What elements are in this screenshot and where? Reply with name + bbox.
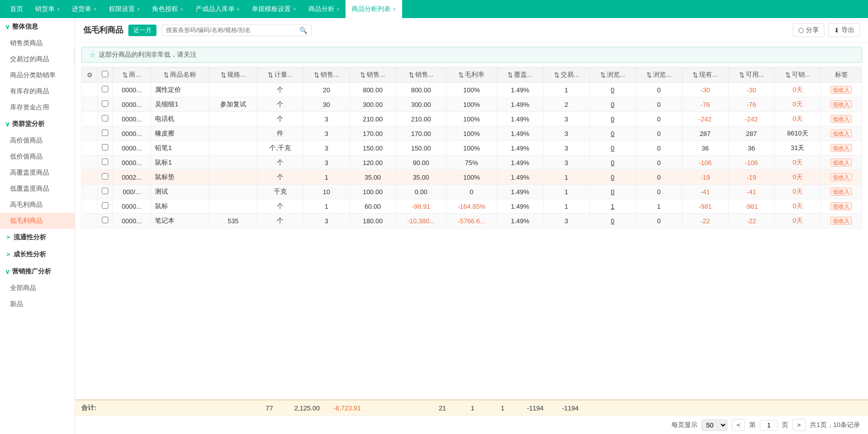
col-transactions[interactable]: ⇅交易... xyxy=(543,67,589,83)
close-icon[interactable]: × xyxy=(293,6,296,12)
row-views1[interactable]: 0 xyxy=(590,156,636,170)
nav-template-settings[interactable]: 单据模板设置 × xyxy=(246,0,302,18)
row-settings[interactable] xyxy=(82,112,98,126)
row-select-checkbox[interactable] xyxy=(102,173,108,180)
time-filter-button[interactable]: 近一月 xyxy=(128,25,156,36)
row-settings[interactable] xyxy=(82,126,98,141)
share-button[interactable]: ⬡ 分享 xyxy=(793,23,824,37)
row-views1[interactable]: 0 xyxy=(590,185,636,199)
col-available[interactable]: ⇅可用... xyxy=(728,67,774,83)
row-settings[interactable] xyxy=(82,214,98,228)
close-icon[interactable]: × xyxy=(237,6,240,12)
row-checkbox[interactable] xyxy=(98,141,113,156)
row-select-checkbox[interactable] xyxy=(102,144,108,151)
col-sales-qty[interactable]: ⇅销售... xyxy=(303,67,350,83)
col-spec[interactable]: ⇅规格... xyxy=(209,67,257,83)
sidebar-item-stock-capital[interactable]: 库存资金占用 xyxy=(0,99,75,115)
sidebar-item-high-coverage[interactable]: 高覆盖度商品 xyxy=(0,165,75,181)
sidebar-item-traded-products[interactable]: 交易过的商品 xyxy=(0,51,75,67)
col-gross-margin[interactable]: ⇅毛利率 xyxy=(446,67,497,83)
col-unit[interactable]: ⇅计量... xyxy=(257,67,303,83)
row-select-checkbox[interactable] xyxy=(102,159,108,165)
close-icon[interactable]: × xyxy=(180,6,183,12)
sidebar-group-cluster[interactable]: ∨ 类群堂分析 xyxy=(0,115,75,132)
next-page-button[interactable]: ＞ xyxy=(792,419,806,431)
row-checkbox[interactable] xyxy=(98,126,113,141)
row-settings[interactable] xyxy=(82,141,98,156)
nav-home[interactable]: 首页 xyxy=(4,0,29,18)
row-select-checkbox[interactable] xyxy=(102,188,108,194)
nav-sales-order[interactable]: 销货单 × xyxy=(29,0,66,18)
col-coverage[interactable]: ⇅覆盖... xyxy=(497,67,543,83)
nav-product-analysis-list[interactable]: 商品分析列表 × xyxy=(345,0,402,18)
col-tag[interactable]: 标签 xyxy=(821,67,862,83)
col-sales-profit[interactable]: ⇅销售... xyxy=(396,67,446,83)
row-views1[interactable]: 0 xyxy=(590,126,636,141)
row-select-checkbox[interactable] xyxy=(102,115,108,121)
sidebar-group-growth[interactable]: ＞ 成长性分析 xyxy=(0,246,75,263)
col-product-name[interactable]: ⇅商品名称 xyxy=(151,67,209,83)
prev-page-button[interactable]: ＜ xyxy=(732,419,745,431)
row-select-checkbox[interactable] xyxy=(102,202,108,209)
sidebar-item-low-coverage[interactable]: 低覆盖度商品 xyxy=(0,181,75,197)
row-select-checkbox[interactable] xyxy=(102,86,108,92)
col-product-code[interactable]: ⇅商... xyxy=(113,67,151,83)
settings-icon[interactable]: ⚙ xyxy=(87,71,93,79)
row-select-checkbox[interactable] xyxy=(102,217,108,223)
row-select-checkbox[interactable] xyxy=(102,129,108,136)
row-checkbox[interactable] xyxy=(98,97,113,112)
sidebar-collapse-button[interactable]: « xyxy=(74,48,75,63)
close-icon[interactable]: × xyxy=(393,6,396,12)
select-all-checkbox[interactable] xyxy=(102,71,108,77)
row-views1[interactable]: 0 xyxy=(590,141,636,156)
row-views1[interactable]: 0 xyxy=(590,214,636,228)
sidebar-item-low-value[interactable]: 低价值商品 xyxy=(0,149,75,165)
export-button[interactable]: ⬇ 导出 xyxy=(828,23,860,37)
row-checkbox[interactable] xyxy=(98,170,113,185)
close-icon[interactable]: × xyxy=(93,6,96,12)
close-icon[interactable]: × xyxy=(137,6,140,12)
nav-product-analysis[interactable]: 商品分析 × xyxy=(302,0,345,18)
sidebar-item-new-products[interactable]: 新品 xyxy=(0,296,75,312)
row-settings[interactable] xyxy=(82,83,98,97)
row-settings[interactable] xyxy=(82,156,98,170)
row-views1[interactable]: 0 xyxy=(590,170,636,185)
row-views1[interactable]: 0 xyxy=(590,112,636,126)
row-checkbox[interactable] xyxy=(98,199,113,214)
row-checkbox[interactable] xyxy=(98,214,113,228)
nav-product-inbound[interactable]: 产成品入库单 × xyxy=(190,0,246,18)
page-number-input[interactable] xyxy=(760,420,778,430)
row-settings[interactable] xyxy=(82,170,98,185)
search-input[interactable] xyxy=(166,27,299,34)
row-views1[interactable]: 0 xyxy=(590,83,636,97)
sidebar-item-low-margin[interactable]: 低毛利商品 xyxy=(0,213,75,229)
sidebar-group-circulation[interactable]: ＞ 流通性分析 xyxy=(0,229,75,246)
row-checkbox[interactable] xyxy=(98,156,113,170)
page-size-select[interactable]: 50 10 20 100 xyxy=(702,419,728,431)
sidebar-item-all-products[interactable]: 全部商品 xyxy=(0,280,75,296)
sidebar-item-high-margin[interactable]: 高毛利商品 xyxy=(0,197,75,213)
col-current-stock[interactable]: ⇅现有... xyxy=(682,67,728,83)
search-icon[interactable]: 🔍 xyxy=(299,27,307,34)
col-settings[interactable]: ⚙ xyxy=(82,67,98,83)
row-settings[interactable] xyxy=(82,97,98,112)
nav-permissions[interactable]: 权限设置 × xyxy=(103,0,146,18)
row-views1[interactable]: 1 xyxy=(590,199,636,214)
sidebar-item-high-value[interactable]: 高价值商品 xyxy=(0,132,75,149)
row-select-checkbox[interactable] xyxy=(102,100,108,107)
col-views1[interactable]: ⇅浏览... xyxy=(590,67,636,83)
sidebar-item-stocked-products[interactable]: 有库存的商品 xyxy=(0,83,75,99)
row-settings[interactable] xyxy=(82,185,98,199)
nav-role-auth[interactable]: 角色授权 × xyxy=(146,0,189,18)
row-checkbox[interactable] xyxy=(98,112,113,126)
row-checkbox[interactable] xyxy=(98,185,113,199)
sidebar-group-marketing[interactable]: ∨ 营销推广分析 xyxy=(0,263,75,280)
row-settings[interactable] xyxy=(82,199,98,214)
close-icon[interactable]: × xyxy=(57,6,60,12)
sidebar-item-sales-products[interactable]: 销售类商品 xyxy=(0,35,75,51)
sidebar-item-category-sales-rate[interactable]: 商品分类助销率 xyxy=(0,67,75,83)
nav-purchase-order[interactable]: 进货单 × xyxy=(66,0,102,18)
sidebar-group-overall[interactable]: ∨ 整体信息 xyxy=(0,18,75,35)
row-views1[interactable]: 0 xyxy=(590,97,636,112)
col-sellable[interactable]: ⇅可销... xyxy=(775,67,821,83)
